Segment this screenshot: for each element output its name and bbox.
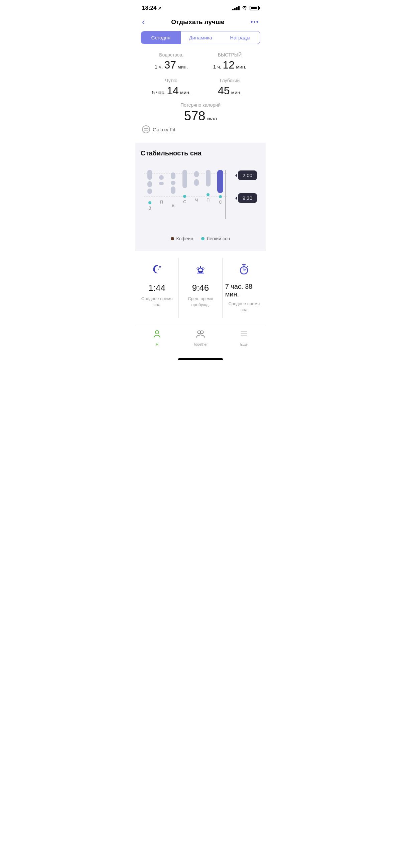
sleep-chart: 2:00 9:30 В <box>141 164 260 244</box>
dot-6 <box>219 195 222 198</box>
svg-line-18 <box>247 266 248 267</box>
nav-item-more[interactable]: Еще <box>222 329 266 346</box>
timer-icon <box>238 263 250 279</box>
fast-value-text: 1 ч. <box>213 64 221 69</box>
day-label-4: Ч <box>195 197 198 203</box>
me-label: Я <box>156 342 158 346</box>
deep-unit: мин. <box>231 90 242 95</box>
sleep-stats: Бодрствов. 1 ч. 37 мин. БЫСТРЫЙ 1 ч. 12 … <box>135 50 266 143</box>
svg-point-1 <box>146 128 148 130</box>
bar-day-5: П <box>206 170 211 203</box>
stats-grid: Бодрствов. 1 ч. 37 мин. БЫСТРЫЙ 1 ч. 12 … <box>142 52 259 97</box>
sleep-time-label: Среднее время сна <box>138 296 176 308</box>
device-icon <box>142 125 150 133</box>
more-label: Еще <box>240 342 248 346</box>
bar-day-4: Ч <box>194 170 199 203</box>
me-icon <box>152 329 162 341</box>
calories-label: Потеряно калорий <box>142 102 259 107</box>
day-label-1: П <box>160 199 163 205</box>
location-icon: ↗ <box>158 6 161 11</box>
stat-calories: Потеряно калорий 578 ккал <box>142 102 259 123</box>
more-button[interactable]: ••• <box>251 19 259 25</box>
day-label-0: В <box>148 206 151 211</box>
awake-big-num: 37 <box>164 59 176 71</box>
light-unit: мин. <box>180 90 190 95</box>
legend-dot-light-sleep <box>201 237 205 240</box>
wifi-icon <box>242 5 248 11</box>
day-label-6: С <box>219 199 222 205</box>
tooltip-9-30: 9:30 <box>238 193 257 203</box>
bar-day-2: В <box>171 170 176 208</box>
awake-value: 1 ч. 37 мин. <box>142 59 201 71</box>
dot-5 <box>207 193 210 196</box>
svg-line-11 <box>202 268 203 269</box>
nav-item-together[interactable]: Together <box>179 329 222 346</box>
together-icon <box>196 329 205 341</box>
fast-label: БЫСТРЫЙ <box>201 52 259 58</box>
svg-point-5 <box>198 268 203 273</box>
home-indicator <box>178 358 223 360</box>
light-label: Чутко <box>142 78 201 83</box>
dot-3 <box>183 195 186 198</box>
legend-dot-caffeine <box>171 237 174 240</box>
svg-line-9 <box>203 269 204 269</box>
legend-light-sleep: Легкий сон <box>201 236 230 241</box>
awake-label: Бодрствов. <box>142 52 201 58</box>
moon-icon: ★ ★ <box>151 263 163 279</box>
chart-legend: Кофеин Легкий сон <box>144 236 257 244</box>
light-big-num: 14 <box>167 85 179 97</box>
duration-value: 7 час. 38 мин. <box>225 283 263 298</box>
stat-card-wake-time: 9:46 Сред. время пробужд. <box>179 258 222 318</box>
light-value-text: 5 час. <box>152 90 165 95</box>
stat-card-sleep-time: ★ ★ 1:44 Среднее время сна <box>135 258 179 318</box>
awake-unit: мин. <box>178 64 188 69</box>
stat-card-duration: 7 час. 38 мин. Среднее время сна <box>222 258 266 318</box>
bar-day-0: В <box>147 170 152 211</box>
day-label-3: С <box>183 199 186 204</box>
tab-dynamics[interactable]: Динамика <box>181 31 220 44</box>
bar-day-3: С <box>182 170 187 204</box>
wake-time-value: 9:46 <box>192 283 209 293</box>
legend-label-light-sleep: Легкий сон <box>207 236 230 241</box>
status-time: 18:24 <box>142 5 156 11</box>
sleep-stability-section: Стабильность сна 2:00 9:30 <box>135 143 266 251</box>
svg-text:★: ★ <box>157 268 159 270</box>
status-bar: 18:24 ↗ <box>135 0 266 14</box>
chart-bars-container: В П В <box>144 167 227 230</box>
sunrise-icon <box>194 263 207 279</box>
light-value: 5 час. 14 мин. <box>142 85 201 97</box>
tab-awards[interactable]: Награды <box>220 31 260 44</box>
svg-point-0 <box>144 128 146 130</box>
duration-label: Среднее время сна <box>225 301 263 313</box>
bottom-stats-cards: ★ ★ 1:44 Среднее время сна 9:46 Сред. вр… <box>135 251 266 325</box>
fast-unit: мин. <box>236 64 246 69</box>
deep-label: Глубокий <box>201 78 259 83</box>
bar-day-6-today: С <box>217 170 223 205</box>
bottom-nav: Я Together Еще <box>135 325 266 355</box>
page-title: Отдыхать лучше <box>171 19 224 26</box>
dot-0 <box>148 201 151 204</box>
legend-caffeine: Кофеин <box>171 236 193 241</box>
stat-deep: Глубокий 45 мин. <box>201 78 259 97</box>
device-badge: Galaxy Fit <box>142 123 259 137</box>
nav-item-me[interactable]: Я <box>135 329 179 346</box>
legend-label-caffeine: Кофеин <box>176 236 193 241</box>
status-icons <box>232 5 259 11</box>
svg-text:★: ★ <box>159 265 161 269</box>
device-name: Galaxy Fit <box>153 127 176 132</box>
awake-value-text: 1 ч. <box>155 64 163 69</box>
nav-bar: ‹ Отдыхать лучше ••• <box>135 14 266 31</box>
svg-line-8 <box>197 269 198 269</box>
stat-awake: Бодрствов. 1 ч. 37 мин. <box>142 52 201 71</box>
deep-big-num: 45 <box>218 85 230 97</box>
tooltip-2-00: 2:00 <box>238 170 257 180</box>
sleep-time-value: 1:44 <box>148 283 165 293</box>
signal-bars <box>232 6 240 10</box>
calories-big-num: 578 <box>184 109 205 123</box>
tab-today[interactable]: Сегодня <box>141 31 181 44</box>
tab-bar: Сегодня Динамика Награды <box>141 31 260 44</box>
fast-big-num: 12 <box>222 59 235 71</box>
day-label-2: В <box>172 203 175 208</box>
stat-light: Чутко 5 час. 14 мин. <box>142 78 201 97</box>
back-button[interactable]: ‹ <box>142 17 145 27</box>
